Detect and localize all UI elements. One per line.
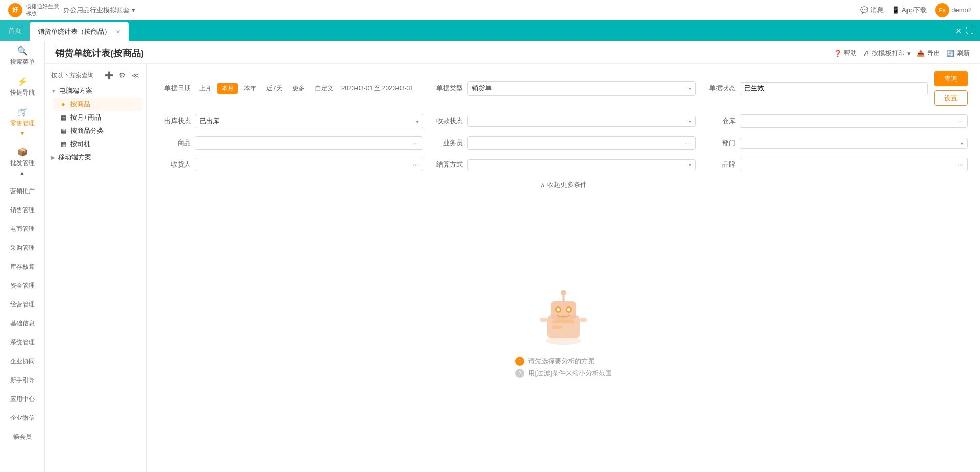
- logo-text: 畅捷通好生意 标版: [26, 3, 59, 16]
- sidebar-item-appcenter[interactable]: 应用中心: [0, 390, 44, 409]
- date-tab-last-month[interactable]: 上月: [195, 83, 215, 94]
- empty-step-2: 2 用[过滤]条件来缩小分析范围: [515, 369, 611, 378]
- docstatus-label: 单据状态: [704, 84, 740, 93]
- receiver-input[interactable]: ···: [195, 158, 423, 171]
- tab-expand-button[interactable]: ⛶: [966, 26, 974, 35]
- sidebar-item-search[interactable]: 🔍 搜索菜单: [0, 41, 44, 72]
- brand-input[interactable]: ···: [740, 158, 968, 171]
- tree-parent-mobile[interactable]: ▶ 移动端方案: [49, 151, 142, 164]
- date-tab-7days[interactable]: 近7天: [262, 83, 286, 94]
- receiver-dots-icon[interactable]: ···: [413, 160, 419, 169]
- app-selector[interactable]: 办公用品行业模拟账套 ▾: [63, 6, 135, 15]
- tree-item-by-product[interactable]: ● 按商品: [53, 98, 142, 111]
- tab-report[interactable]: 销货单统计表（按商品） ✕: [30, 22, 129, 41]
- top-header: 好 畅捷通好生意 标版 办公用品行业模拟账套 ▾ 💬 消息 📱 App下载 Ea…: [0, 0, 980, 20]
- sidebar-item-marketing[interactable]: 营销推广: [0, 182, 44, 201]
- main-layout: 🔍 搜索菜单 ⚡ 快捷导航 🛒 零售管理 ▾ 📦 批发管理 ▲ 营销推广 销售管…: [0, 41, 980, 472]
- step1-num: 1: [515, 357, 524, 366]
- product-dots-icon[interactable]: ···: [413, 139, 419, 147]
- page-title: 销货单统计表(按商品): [55, 47, 144, 59]
- collectstatus-arrow-icon: ▾: [689, 119, 691, 124]
- outstatus-label: 出库状态: [159, 116, 195, 126]
- report-tab-label: 销货单统计表（按商品）: [38, 27, 111, 36]
- user-menu[interactable]: Ea demo2: [935, 3, 972, 17]
- sidebar-item-inventory[interactable]: 库存核算: [0, 257, 44, 276]
- filter-cell-doctype: 单据类型 销货单 ▾: [427, 69, 699, 108]
- tree-expand-icon: ▼: [51, 88, 56, 94]
- warehouse-dots-icon[interactable]: ···: [957, 117, 963, 125]
- svg-point-5: [557, 308, 560, 311]
- sidebar-item-quicknav[interactable]: ⚡ 快捷导航: [0, 72, 44, 102]
- settings-scheme-button[interactable]: ⚙: [117, 70, 127, 80]
- data-area: 1 请先选择要分析的方案 2 用[过滤]条件来缩小分析范围: [147, 193, 980, 472]
- query-button[interactable]: 查询: [934, 71, 968, 86]
- salesperson-input[interactable]: ···: [467, 136, 695, 150]
- sidebar-item-retail[interactable]: 🛒 零售管理 ▾: [0, 102, 44, 142]
- template-print-button[interactable]: 🖨 按模板打印 ▾: [863, 49, 911, 58]
- brand-dots-icon[interactable]: ···: [957, 160, 963, 169]
- left-scheme-panel: 按以下方案查询 ➕ ⚙ ≪ ▼ 电脑端方案 ● 按商品: [45, 64, 147, 472]
- salesperson-dots-icon[interactable]: ···: [685, 139, 691, 147]
- tab-home[interactable]: 首页: [0, 20, 30, 41]
- sidebar-item-wechat[interactable]: 企业微信: [0, 409, 44, 428]
- brand-label: 品牌: [704, 160, 740, 169]
- date-label: 单据日期: [159, 84, 195, 93]
- help-button[interactable]: ❓ 帮助: [834, 49, 857, 58]
- scheme-icon2: ▦: [59, 127, 67, 135]
- tree-desktop-label: 电脑端方案: [59, 86, 92, 96]
- header-left: 好 畅捷通好生意 标版 办公用品行业模拟账套 ▾: [8, 3, 135, 17]
- tab-close-button[interactable]: ✕: [955, 26, 962, 36]
- date-tab-custom[interactable]: 自定义: [311, 83, 337, 94]
- scheme-icon: ▦: [59, 113, 67, 122]
- export-button[interactable]: 📤 导出: [917, 49, 940, 58]
- tree-item-by-month-product[interactable]: ▦ 按月+商品: [53, 111, 142, 124]
- tree-item-by-product-category[interactable]: ▦ 按商品分类: [53, 124, 142, 137]
- tree-expand-mobile-icon: ▶: [51, 155, 55, 160]
- date-tab-more[interactable]: 更多: [288, 83, 309, 94]
- avatar: Ea: [935, 3, 949, 17]
- product-label: 商品: [159, 138, 195, 148]
- date-tab-this-year[interactable]: 本年: [240, 83, 260, 94]
- date-tabs: 上月 本月 本年 近7天 更多 自定义: [195, 83, 337, 94]
- sidebar-item-enterprise[interactable]: 企业协同: [0, 352, 44, 371]
- sidebar-item-ops[interactable]: 经营管理: [0, 295, 44, 314]
- doctype-select[interactable]: 销货单 ▾: [467, 81, 695, 96]
- tab-close-icon[interactable]: ✕: [116, 29, 120, 35]
- sidebar-item-member[interactable]: 畅会员: [0, 428, 44, 446]
- add-scheme-button[interactable]: ➕: [104, 70, 114, 80]
- filter-cell-department: 部门 ▾: [700, 134, 972, 152]
- sidebar-item-sales[interactable]: 销售管理: [0, 201, 44, 220]
- sidebar-item-wholesale[interactable]: 📦 批发管理 ▲: [0, 142, 44, 182]
- doctype-content: 销货单 ▾: [467, 81, 695, 96]
- department-select[interactable]: ▾: [740, 138, 968, 149]
- payment-select[interactable]: ▾: [467, 159, 695, 170]
- message-button[interactable]: 💬 消息: [860, 6, 884, 15]
- docstatus-input[interactable]: [740, 82, 928, 95]
- date-tab-this-month[interactable]: 本月: [217, 83, 238, 94]
- home-tab-label: 首页: [8, 26, 21, 35]
- sidebar-item-base[interactable]: 基础信息: [0, 314, 44, 333]
- sidebar-item-guide[interactable]: 新手引导: [0, 371, 44, 390]
- app-download-button[interactable]: 📱 App下载: [892, 6, 927, 15]
- svg-rect-10: [580, 318, 587, 322]
- tree-parent-desktop[interactable]: ▼ 电脑端方案: [49, 84, 142, 98]
- collectstatus-label: 收款状态: [431, 116, 467, 126]
- sidebar-item-purchase[interactable]: 采购管理: [0, 239, 44, 257]
- collectstatus-select[interactable]: ▾: [467, 116, 695, 127]
- empty-step-1: 1 请先选择要分析的方案: [515, 357, 611, 366]
- tree-item-by-customer[interactable]: ▦ 按司机: [53, 137, 142, 151]
- refresh-button[interactable]: 🔄 刷新: [946, 49, 970, 58]
- page-actions: ❓ 帮助 🖨 按模板打印 ▾ 📤 导出 🔄 刷新: [834, 49, 970, 58]
- sidebar-item-finance[interactable]: 资金管理: [0, 276, 44, 295]
- date-content: 上月 本月 本年 近7天 更多 自定义 2023-03-01 至 2023-03…: [195, 83, 423, 94]
- filter-cell-payment: 结算方式 ▾: [427, 156, 699, 173]
- collapse-panel-button[interactable]: ≪: [130, 70, 140, 80]
- sidebar-item-system[interactable]: 系统管理: [0, 333, 44, 352]
- warehouse-input[interactable]: ···: [740, 114, 968, 128]
- sidebar-item-ecom[interactable]: 电商管理: [0, 220, 44, 239]
- product-input[interactable]: ···: [195, 136, 423, 150]
- filter-cell-docstatus: 单据状态 查询 设置: [700, 69, 972, 108]
- settings-button[interactable]: 设置: [934, 90, 968, 106]
- collapse-conditions-button[interactable]: ∧ 收起更多条件: [155, 177, 972, 193]
- outstatus-select[interactable]: 已出库 ▾: [195, 114, 423, 128]
